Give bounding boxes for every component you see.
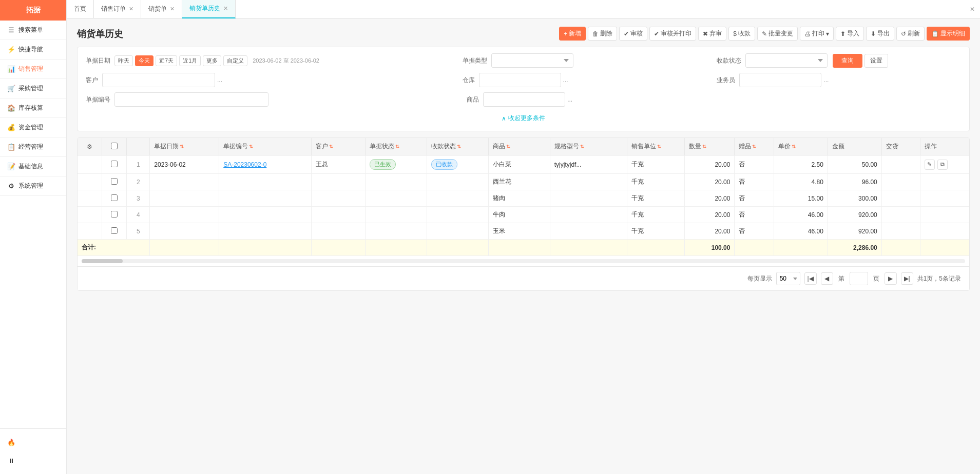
ops-mgmt-icon: 📋 <box>7 143 15 151</box>
sidebar-item-sales-mgmt[interactable]: 📊 销售管理 <box>0 60 66 79</box>
sidebar-item-sys-mgmt[interactable]: ⚙ 系统管理 <box>0 176 66 196</box>
row-checkbox-cell[interactable] <box>102 190 127 207</box>
tab-sales-history[interactable]: 销货单历史 ✕ <box>182 0 236 18</box>
tab-home[interactable]: 首页 <box>67 0 94 18</box>
salesperson-picker-icon[interactable]: ... <box>823 76 829 84</box>
date-btn-yesterday[interactable]: 昨天 <box>114 55 133 66</box>
page-last-btn[interactable]: ▶| <box>901 272 913 285</box>
sidebar-item-quick-nav[interactable]: ⚡ 快捷导航 <box>0 40 66 60</box>
batch-change-button[interactable]: ✎ 批量变更 <box>757 27 798 41</box>
col-gift[interactable]: 赠品⇅ <box>735 138 774 155</box>
col-doc-date[interactable]: 单据日期⇅ <box>150 138 219 155</box>
sidebar-item-purchase-mgmt[interactable]: 🛒 采购管理 <box>0 79 66 98</box>
col-gear[interactable]: ⚙ <box>78 138 102 155</box>
col-spec[interactable]: 规格型号⇅ <box>550 138 627 155</box>
row-copy-btn[interactable]: ⧉ <box>937 160 948 170</box>
show-detail-icon: 📋 <box>931 30 939 37</box>
sidebar-settings-btn[interactable]: 🔥 <box>0 433 66 451</box>
tab-close-sales-order[interactable]: ✕ <box>129 6 133 12</box>
row-checkbox[interactable] <box>111 178 118 185</box>
sidebar-item-ops-mgmt[interactable]: 📋 经营管理 <box>0 137 66 157</box>
sidebar-item-finance[interactable]: 💰 资金管理 <box>0 118 66 137</box>
row-edit-btn[interactable]: ✎ <box>925 160 935 170</box>
product-input[interactable] <box>483 92 565 107</box>
abandon-button[interactable]: ✖ 弃审 <box>698 27 726 41</box>
customer-picker-icon[interactable]: ... <box>217 76 222 84</box>
collect-icon: $ <box>733 30 737 37</box>
date-btn-more[interactable]: 更多 <box>203 55 221 66</box>
row-checkbox[interactable] <box>111 227 118 234</box>
sidebar-pause-btn[interactable]: ⏸ <box>0 451 66 470</box>
cell-doc-status <box>366 174 427 190</box>
col-doc-status[interactable]: 单据状态⇅ <box>366 138 427 155</box>
tab-sales-delivery[interactable]: 销货单 ✕ <box>141 0 182 18</box>
per-page-select[interactable]: 20 50 100 <box>776 272 800 285</box>
sidebar-label-ops-mgmt: 经营管理 <box>18 143 43 151</box>
col-collect-status[interactable]: 收款状态⇅ <box>427 138 488 155</box>
warehouse-input[interactable] <box>479 73 561 87</box>
customer-input[interactable] <box>102 73 215 87</box>
doc-no-link[interactable]: SA-20230602-0 <box>223 161 266 168</box>
print-button[interactable]: 🖨 打印 ▾ <box>800 27 834 41</box>
settings-filter-button[interactable]: 设置 <box>864 54 888 68</box>
tab-close-sales-history[interactable]: ✕ <box>223 5 228 12</box>
col-sales-unit[interactable]: 销售单位⇅ <box>627 138 684 155</box>
summary-empty-12 <box>920 240 969 256</box>
date-btn-custom[interactable]: 自定义 <box>223 55 247 66</box>
sidebar-item-base-info[interactable]: 📝 基础信息 <box>0 157 66 176</box>
table-row: 5 玉米 千克 20.00 否 46.00 920.00 <box>78 223 969 240</box>
date-btn-today[interactable]: 今天 <box>135 55 153 66</box>
cell-gift: 否 <box>735 190 774 207</box>
row-checkbox[interactable] <box>111 194 118 201</box>
row-checkbox-cell[interactable] <box>102 174 127 190</box>
audit-print-button[interactable]: ✔ 审核并打印 <box>649 27 696 41</box>
page-next-btn[interactable]: ▶ <box>885 272 897 285</box>
cell-doc-no <box>219 223 312 240</box>
collapse-filter-btn[interactable]: ∧ 收起更多条件 <box>86 112 961 125</box>
toolbar: + 新增 🗑 删除 ✔ 审核 ✔ 审核并打印 ✖ 弃审 <box>559 27 970 41</box>
salesperson-input[interactable] <box>739 73 821 87</box>
collect-button[interactable]: $ 收款 <box>728 27 755 41</box>
horizontal-scrollbar[interactable] <box>78 256 969 266</box>
page-first-btn[interactable]: |◀ <box>804 272 817 285</box>
refresh-button[interactable]: ↺ 刷新 <box>896 27 925 41</box>
row-checkbox[interactable] <box>111 161 118 167</box>
show-detail-button[interactable]: 📋 显示明细 <box>927 27 970 41</box>
doc-type-select[interactable] <box>491 53 573 68</box>
export-button[interactable]: ⬇ 导出 <box>866 27 894 41</box>
tab-close-sales-delivery[interactable]: ✕ <box>170 6 175 12</box>
product-picker-icon[interactable]: ... <box>567 96 572 103</box>
row-checkbox-cell[interactable] <box>102 207 127 223</box>
tab-close-all-btn[interactable]: ✕ <box>965 0 980 18</box>
row-checkbox-cell[interactable] <box>102 155 127 174</box>
row-checkbox-cell[interactable] <box>102 223 127 240</box>
fire-icon: 🔥 <box>7 438 15 446</box>
new-button[interactable]: + 新增 <box>559 27 586 41</box>
col-doc-no[interactable]: 单据编号⇅ <box>219 138 312 155</box>
doc-no-label: 单据编号 <box>86 95 110 104</box>
row-checkbox[interactable] <box>111 211 118 218</box>
page-prev-btn[interactable]: ◀ <box>821 272 833 285</box>
tab-sales-order[interactable]: 销售订单 ✕ <box>94 0 141 18</box>
row-gear <box>78 190 102 207</box>
col-product[interactable]: 商品⇅ <box>488 138 550 155</box>
delete-button[interactable]: 🗑 删除 <box>588 27 617 41</box>
warehouse-picker-icon[interactable]: ... <box>563 76 568 84</box>
date-btn-7days[interactable]: 近7天 <box>156 55 177 66</box>
import-button[interactable]: ⬆ 导入 <box>836 27 864 41</box>
collect-status-select[interactable] <box>745 53 828 68</box>
date-btn-1month[interactable]: 近1月 <box>179 55 201 66</box>
filter-doc-type: 单据类型 <box>463 53 707 68</box>
select-all-checkbox[interactable] <box>111 143 118 149</box>
cell-product: 玉米 <box>488 223 550 240</box>
sidebar-label-inventory: 库存核算 <box>18 104 43 112</box>
col-customer[interactable]: 客户⇅ <box>312 138 366 155</box>
col-unit-price[interactable]: 单价⇅ <box>774 138 828 155</box>
audit-button[interactable]: ✔ 审核 <box>619 27 647 41</box>
sidebar-item-search-menu[interactable]: ☰ 搜索菜单 <box>0 21 66 40</box>
query-button[interactable]: 查询 <box>833 54 862 68</box>
sidebar-item-inventory[interactable]: 🏠 库存核算 <box>0 98 66 118</box>
doc-no-input[interactable] <box>114 92 268 107</box>
col-quantity[interactable]: 数量⇅ <box>685 138 735 155</box>
page-number-input[interactable]: 1 <box>850 272 868 285</box>
